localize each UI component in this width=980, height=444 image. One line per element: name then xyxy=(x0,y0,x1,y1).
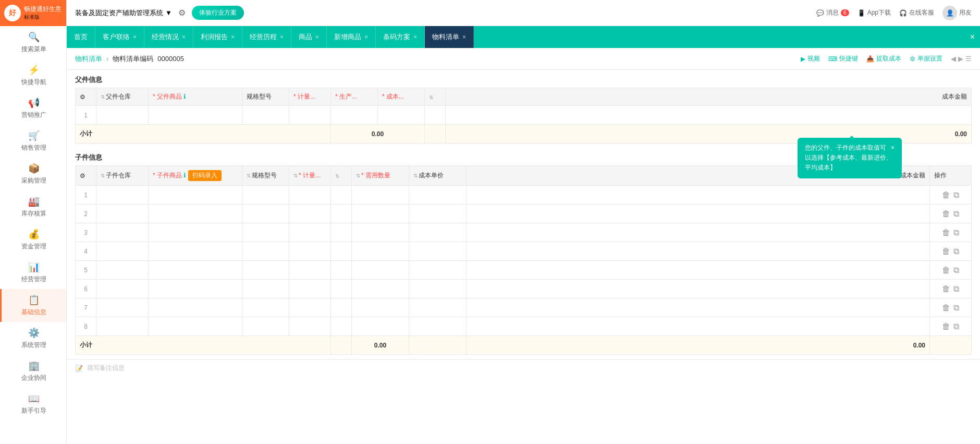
sidebar-item-enterprise[interactable]: 🏢 企业协同 xyxy=(0,355,66,388)
child-warehouse-cell[interactable] xyxy=(96,242,149,261)
tab-close-icon[interactable]: × xyxy=(133,33,137,41)
child-qty-cell[interactable] xyxy=(352,261,409,280)
child-qty-cell[interactable] xyxy=(352,242,409,261)
tab-close-icon[interactable]: × xyxy=(182,33,186,41)
th-child-settings[interactable]: ⚙ xyxy=(76,166,96,186)
copy-icon[interactable]: ⧉ xyxy=(953,209,959,219)
next-page-icon[interactable]: ▶ xyxy=(958,55,963,63)
sidebar-item-system[interactable]: ⚙️ 系统管理 xyxy=(0,322,66,355)
child-warehouse-cell[interactable] xyxy=(96,317,149,336)
child-spec-cell[interactable] xyxy=(242,205,289,223)
child-unit-cost-cell[interactable] xyxy=(409,317,467,336)
system-title-dropdown[interactable]: 装备及固定资产辅助管理系统 ▼ xyxy=(75,8,172,18)
sidebar-item-sales[interactable]: 🛒 销售管理 xyxy=(0,125,66,158)
child-unit-cost-cell[interactable] xyxy=(409,205,467,223)
child-spec-cell[interactable] xyxy=(242,223,289,242)
child-qty-cell[interactable] xyxy=(352,223,409,242)
sidebar-item-purchase[interactable]: 📦 采购管理 xyxy=(0,158,66,190)
tab-close-icon[interactable]: × xyxy=(462,33,466,41)
child-qty-cell[interactable] xyxy=(352,317,409,336)
tab-profit[interactable]: 利润报告 × xyxy=(193,26,242,48)
note-placeholder[interactable]: 填写备注信息 xyxy=(87,364,125,373)
tab-new-product[interactable]: 新增商品 × xyxy=(327,26,376,48)
tab-bom[interactable]: 物料清单 × xyxy=(425,26,474,48)
child-product-cell[interactable] xyxy=(149,261,242,280)
copy-icon[interactable]: ⧉ xyxy=(953,284,959,294)
experience-button[interactable]: 体验行业方案 xyxy=(192,6,244,20)
parent-spec-cell[interactable] xyxy=(242,106,289,125)
tab-home[interactable]: 首页 xyxy=(67,26,95,48)
child-product-info-icon[interactable]: ℹ xyxy=(183,172,186,179)
tab-close-icon[interactable]: × xyxy=(231,33,235,41)
child-warehouse-cell[interactable] xyxy=(96,280,149,298)
sidebar-item-finance[interactable]: 💰 资金管理 xyxy=(0,223,66,256)
delete-icon[interactable]: 🗑 xyxy=(942,247,950,256)
child-unit-cost-cell[interactable] xyxy=(409,261,467,280)
sidebar-item-search[interactable]: 🔍 搜索菜单 xyxy=(0,26,66,59)
child-spec-cell[interactable] xyxy=(242,186,289,205)
child-unit-cell[interactable] xyxy=(289,261,331,280)
toolbar-extract-cost-button[interactable]: 📥 提取成本 xyxy=(866,54,901,63)
tab-barcode[interactable]: 条码方案 × xyxy=(376,26,425,48)
child-unit-cost-cell[interactable] xyxy=(409,298,467,317)
tab-close-icon[interactable]: × xyxy=(413,33,417,41)
parent-product-info-icon[interactable]: ℹ xyxy=(183,93,186,100)
delete-icon[interactable]: 🗑 xyxy=(942,228,950,237)
child-spec-cell[interactable] xyxy=(242,317,289,336)
child-unit-cost-cell[interactable] xyxy=(409,280,467,298)
breadcrumb-parent[interactable]: 物料清单 xyxy=(75,54,102,64)
copy-icon[interactable]: ⧉ xyxy=(953,322,959,331)
sidebar-item-basic[interactable]: 📋 基础信息 xyxy=(0,289,66,322)
child-spec-cell[interactable] xyxy=(242,298,289,317)
child-product-cell[interactable] xyxy=(149,223,242,242)
child-product-cell[interactable] xyxy=(149,317,242,336)
tooltip-close-button[interactable]: × xyxy=(891,143,895,153)
message-action[interactable]: 💬 消息 6 xyxy=(816,8,849,17)
parent-prod-cell[interactable] xyxy=(331,106,378,125)
delete-icon[interactable]: 🗑 xyxy=(942,190,950,200)
child-unit-cost-cell[interactable] xyxy=(409,242,467,261)
toolbar-view-button[interactable]: ▶ 视频 xyxy=(801,54,820,63)
child-unit-cell[interactable] xyxy=(289,186,331,205)
child-product-cell[interactable] xyxy=(149,242,242,261)
nav-close-all-button[interactable]: × xyxy=(965,26,980,48)
parent-warehouse-cell[interactable] xyxy=(96,106,149,125)
delete-icon[interactable]: 🗑 xyxy=(942,322,950,331)
delete-icon[interactable]: 🗑 xyxy=(942,303,950,313)
child-unit-cell[interactable] xyxy=(289,280,331,298)
copy-icon[interactable]: ⧉ xyxy=(953,266,959,275)
user-action[interactable]: 👤 用友 xyxy=(942,6,972,20)
tab-history[interactable]: 经营历程 × xyxy=(242,26,291,48)
sidebar-item-operations[interactable]: 📊 经营管理 xyxy=(0,256,66,289)
tab-operations-status[interactable]: 经营情况 × xyxy=(144,26,193,48)
app-download-action[interactable]: 📱 App下载 xyxy=(858,8,891,17)
child-product-cell[interactable] xyxy=(149,280,242,298)
tab-close-icon[interactable]: × xyxy=(315,33,319,41)
child-unit-cost-cell[interactable] xyxy=(409,186,467,205)
delete-icon[interactable]: 🗑 xyxy=(942,209,950,219)
child-unit-cell[interactable] xyxy=(289,298,331,317)
parent-unit-cell[interactable] xyxy=(289,106,331,125)
sidebar-item-guide[interactable]: 📖 新手引导 xyxy=(0,388,66,421)
child-product-cell[interactable] xyxy=(149,298,242,317)
tab-close-icon[interactable]: × xyxy=(280,33,284,41)
child-qty-cell[interactable] xyxy=(352,298,409,317)
th-settings[interactable]: ⚙ xyxy=(76,88,96,106)
child-unit-cell[interactable] xyxy=(289,223,331,242)
child-product-cell[interactable] xyxy=(149,186,242,205)
toolbar-single-settings-button[interactable]: ⚙ 单据设置 xyxy=(910,54,942,63)
child-warehouse-cell[interactable] xyxy=(96,186,149,205)
scan-button[interactable]: 扫码录入 xyxy=(188,170,222,181)
tab-products[interactable]: 商品 × xyxy=(291,26,327,48)
sidebar-item-inventory[interactable]: 🏭 库存核算 xyxy=(0,190,66,223)
child-spec-cell[interactable] xyxy=(242,280,289,298)
child-spec-cell[interactable] xyxy=(242,242,289,261)
online-service-action[interactable]: 🎧 在线客服 xyxy=(899,8,934,17)
child-spec-cell[interactable] xyxy=(242,261,289,280)
child-unit-cost-cell[interactable] xyxy=(409,223,467,242)
child-qty-cell[interactable] xyxy=(352,205,409,223)
child-warehouse-cell[interactable] xyxy=(96,261,149,280)
child-unit-cell[interactable] xyxy=(289,242,331,261)
list-view-icon[interactable]: ☰ xyxy=(965,55,972,63)
parent-product-cell[interactable] xyxy=(149,106,242,125)
